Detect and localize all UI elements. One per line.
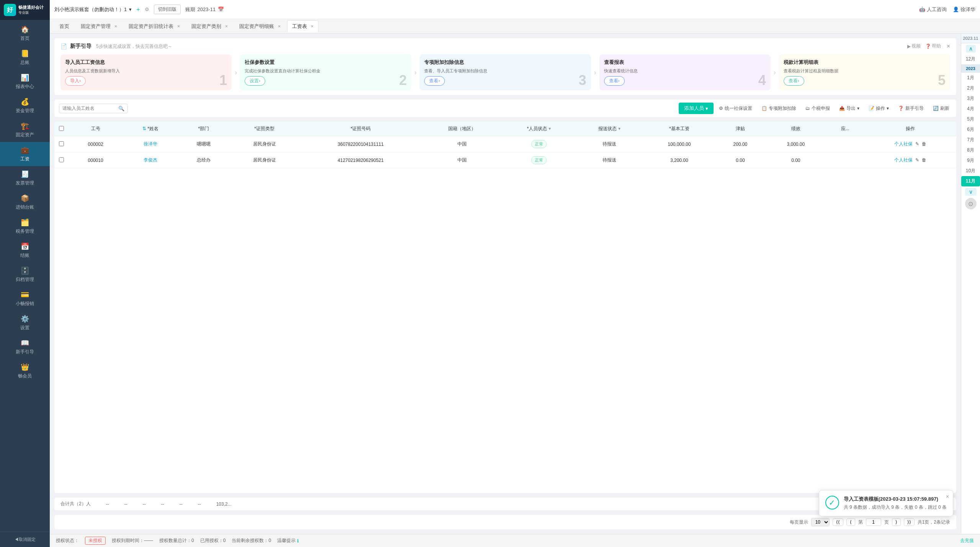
row-checkbox[interactable] — [59, 157, 64, 162]
add-person-btn[interactable]: 添加人员 ▾ — [679, 103, 714, 114]
next-page-btn[interactable]: ⟩ — [892, 518, 901, 526]
newguide-label: 新手引导 — [905, 105, 924, 112]
sidebar-item-home[interactable]: 🏠 首页 — [0, 21, 50, 46]
tab-close-icon[interactable]: × — [311, 24, 314, 29]
status-filter-icon[interactable]: ▾ — [549, 126, 551, 131]
tab-close-icon[interactable]: × — [177, 24, 180, 29]
auth-action[interactable]: 去充值 — [960, 537, 974, 544]
search-icon[interactable]: 🔍 — [118, 106, 124, 111]
last-page-btn[interactable]: ⟩⟩ — [904, 518, 915, 526]
sidebar-item-invoice[interactable]: 🧾 发票管理 — [0, 166, 50, 190]
select-all-checkbox[interactable] — [59, 126, 64, 131]
toolbar-deduct-btn[interactable]: 📋 专项附加扣除 — [759, 104, 799, 113]
cal-month-5[interactable]: 5月 — [961, 114, 980, 124]
action-edit-icon[interactable]: ✎ — [915, 157, 919, 163]
tab-payroll[interactable]: 工资表 × — [287, 20, 318, 32]
table-row: 000002 徐泽华 嗯嗯嗯 居民身份证 360782200104131111 … — [54, 136, 956, 152]
cal-expand-btn[interactable]: ⊙ — [965, 198, 977, 209]
tab-fixed-cat[interactable]: 固定资产类别 × — [186, 20, 233, 32]
page-input[interactable] — [866, 518, 881, 526]
toolbar-refresh-btn[interactable]: 🔄 刷新 — [931, 104, 952, 113]
action-social-link[interactable]: 个人社保 — [894, 157, 913, 163]
guide-close-btn[interactable]: × — [947, 43, 950, 50]
action-delete-icon[interactable]: 🗑 — [922, 141, 926, 147]
step-arrow-2: › — [411, 54, 420, 90]
sidebar-item-guide[interactable]: 📖 新手引导 — [0, 335, 50, 359]
deduct-label: 专项附加扣除 — [769, 105, 796, 112]
tab-depreciation-label: 固定资产折旧统计表 — [129, 23, 173, 30]
cal-month-10[interactable]: 10月 — [961, 166, 980, 176]
search-input[interactable] — [62, 106, 116, 111]
toolbar-export-btn[interactable]: 📤 导出 ▾ — [837, 104, 862, 113]
action-edit-icon[interactable]: ✎ — [915, 141, 919, 147]
sidebar-item-fixed[interactable]: 🏗️ 固定资产 — [0, 118, 50, 142]
tab-depreciation[interactable]: 固定资产折旧统计表 × — [124, 20, 185, 32]
tab-close-icon[interactable]: × — [278, 24, 281, 29]
tab-fixed-detail[interactable]: 固定资产明细账 × — [234, 20, 286, 32]
step-4-btn[interactable]: 查看› — [604, 76, 625, 86]
tab-home[interactable]: 首页 — [54, 20, 74, 32]
toast-check-icon: ✓ — [825, 496, 839, 509]
cal-month-7[interactable]: 7月 — [961, 135, 980, 145]
step-1-btn[interactable]: 导入› — [65, 76, 86, 86]
step-2-btn[interactable]: 设置› — [245, 76, 265, 86]
cal-down-arrow[interactable]: ∨ — [965, 188, 977, 196]
cell-performance: 0.00 — [766, 152, 826, 168]
cal-month-8[interactable]: 8月 — [961, 145, 980, 155]
toolbar-newguide-btn[interactable]: ❓ 新手引导 — [896, 104, 926, 113]
cal-month-9[interactable]: 9月 — [961, 155, 980, 166]
old-version-btn[interactable]: 切到旧版 — [154, 5, 181, 14]
settings-gear-icon[interactable]: ⚙ — [145, 7, 149, 12]
sidebar-item-tax[interactable]: 🗂️ 税务管理 — [0, 214, 50, 238]
cal-month-6[interactable]: 6月 — [961, 124, 980, 135]
cal-month-1[interactable]: 1月 — [961, 73, 980, 83]
sidebar-item-archive[interactable]: 🗄️ 归档管理 — [0, 263, 50, 287]
toolbar-tax-btn[interactable]: 🗂 个税申报 — [803, 104, 832, 113]
employee-name-link[interactable]: 徐泽华 — [144, 141, 157, 147]
action-social-link[interactable]: 个人社保 — [894, 141, 913, 147]
tab-close-icon[interactable]: × — [225, 24, 228, 29]
employee-name-link[interactable]: 李俊杰 — [144, 157, 157, 163]
toolbar-social-btn[interactable]: ⚙ 统一社保设置 — [717, 104, 755, 113]
ai-consult[interactable]: 🤖 人工咨询 — [919, 6, 947, 13]
sidebar-item-settings[interactable]: ⚙️ 设置 — [0, 311, 50, 335]
prev-page-btn[interactable]: ⟨ — [846, 518, 855, 526]
cal-month-12[interactable]: 12月 — [961, 54, 980, 64]
sidebar-item-label: 总账 — [20, 59, 29, 66]
account-name[interactable]: 刘小艳演示账套（勿删勿动！）1 ▾ — [54, 6, 132, 13]
step-5-btn[interactable]: 查看› — [784, 76, 804, 86]
sidebar-item-label: 结账 — [20, 252, 29, 259]
sidebar-item-reports[interactable]: 📊 报表中心 — [0, 70, 50, 94]
cancel-fix-btn[interactable]: ◀取消固定 — [3, 535, 47, 544]
sidebar-item-ledger[interactable]: 📒 总账 — [0, 46, 50, 70]
cal-month-2[interactable]: 2月 — [961, 83, 980, 93]
sidebar-item-inventory[interactable]: 📦 进销台账 — [0, 190, 50, 214]
sidebar-item-finance[interactable]: 💰 资金管理 — [0, 94, 50, 118]
sidebar-item-expense[interactable]: 💳 小畅报销 — [0, 287, 50, 311]
reports-icon: 📊 — [21, 73, 29, 82]
cal-month-11[interactable]: 11月 — [961, 176, 980, 186]
cal-month-3[interactable]: 3月 — [961, 93, 980, 104]
sidebar-item-close[interactable]: 📅 结账 — [0, 238, 50, 263]
cal-up-arrow[interactable]: ∧ — [966, 45, 976, 52]
step-3-btn[interactable]: 查看› — [424, 76, 445, 86]
toolbar-operate-btn[interactable]: 📝 操作 ▾ — [866, 104, 891, 113]
first-page-btn[interactable]: ⟨⟨ — [833, 518, 843, 526]
tab-close-icon[interactable]: × — [114, 24, 117, 29]
guide-step-2: 社保参数设置 完成社保参数设置直自动计算社保公积金 设置› 2 — [240, 54, 411, 90]
tab-fixed-assets[interactable]: 固定资产管理 × — [76, 20, 122, 32]
guide-help-link[interactable]: ❓ 帮助 — [925, 43, 941, 49]
add-account-icon[interactable]: + — [136, 6, 140, 13]
user-info[interactable]: 👤 徐泽华 — [953, 6, 975, 13]
row-checkbox[interactable] — [59, 141, 64, 146]
calendar-icon[interactable]: 📅 — [218, 7, 224, 12]
cal-month-4[interactable]: 4月 — [961, 104, 980, 114]
page-size-select[interactable]: 10 20 50 — [811, 518, 830, 526]
sidebar-item-member[interactable]: 👑 畅会员 — [0, 359, 50, 383]
toast-close-btn[interactable]: × — [946, 493, 949, 500]
sidebar-item-payroll[interactable]: 💼 工资 — [0, 142, 50, 166]
action-delete-icon[interactable]: 🗑 — [922, 157, 926, 163]
report-filter-icon[interactable]: ▾ — [618, 126, 621, 131]
guide-video-link[interactable]: ▶ 视频 — [907, 43, 921, 49]
main-area: 刘小艳演示账套（勿删勿动！）1 ▾ + ⚙ 切到旧版 账期 2023-11 📅 … — [50, 0, 980, 547]
